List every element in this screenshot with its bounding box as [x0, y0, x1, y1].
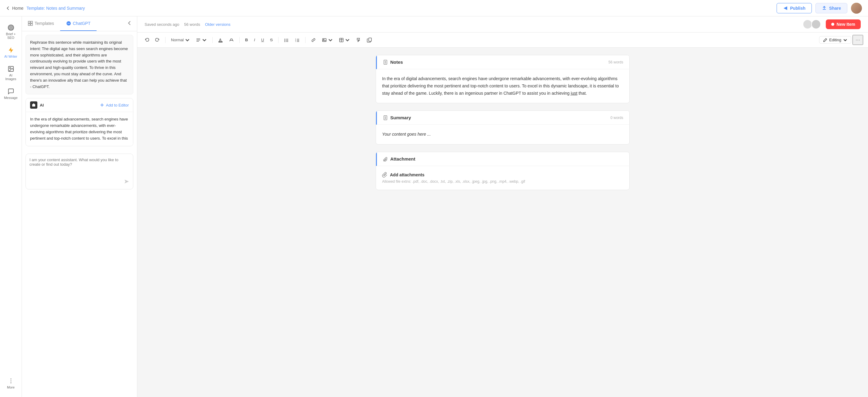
- svg-point-27: [284, 38, 285, 39]
- saved-text: Saved seconds ago: [145, 22, 179, 27]
- add-icon: [100, 103, 104, 107]
- ai-response-header: AI Add to Editor: [26, 98, 133, 112]
- user-icons: [803, 20, 821, 29]
- table-button[interactable]: [337, 36, 352, 44]
- sidebar-message-label: Message: [4, 96, 18, 100]
- topbar-right: Publish Share: [777, 3, 862, 14]
- publish-button[interactable]: Publish: [777, 3, 812, 13]
- copy-button[interactable]: [365, 36, 374, 44]
- ai-icon: [30, 101, 37, 109]
- panel-collapse-button[interactable]: [122, 16, 137, 31]
- summary-icon: [383, 115, 388, 120]
- share-icon: [822, 6, 827, 11]
- attachment-body: Add attachments Allowed file extns: .pdf…: [376, 166, 629, 190]
- notes-section-body[interactable]: In the era of digital advancements, sear…: [376, 69, 629, 103]
- summary-section-title: Summary: [383, 115, 411, 120]
- link-button[interactable]: [309, 36, 318, 44]
- new-item-label: New Item: [837, 22, 855, 27]
- chevron-down-editing-icon: [843, 38, 847, 42]
- toolbar-more-button[interactable]: ···: [852, 35, 863, 45]
- sidebar-item-message[interactable]: Message: [2, 85, 20, 103]
- target-icon: [8, 24, 14, 31]
- notes-content: In the era of digital advancements, sear…: [382, 75, 623, 97]
- topbar-left: Home Template: Notes and Summary: [6, 6, 85, 11]
- sidebar-ai-images-label: AI Images: [4, 73, 18, 81]
- lightning-icon: [8, 47, 14, 54]
- sidebar-more-label: More: [7, 386, 14, 389]
- breadcrumb: Template: Notes and Summary: [26, 6, 85, 11]
- chat-input-area: [26, 154, 133, 189]
- text-style-label: Normal: [171, 38, 184, 42]
- toolbar-sep-4: [278, 37, 279, 43]
- summary-word-count: 0 words: [611, 115, 623, 120]
- sidebar-item-more[interactable]: More: [2, 374, 20, 392]
- bullet-list-button[interactable]: [282, 36, 291, 44]
- ai-label: AI: [30, 101, 44, 109]
- redo-button[interactable]: [152, 36, 162, 44]
- chat-input[interactable]: [29, 158, 129, 179]
- underline-button[interactable]: U: [259, 36, 266, 43]
- clear-format-button[interactable]: [353, 36, 363, 44]
- clear-format-icon: [356, 38, 361, 42]
- avatar[interactable]: [851, 3, 862, 14]
- ordered-list-button[interactable]: 1. 2. 3.: [292, 36, 302, 44]
- main-layout: Brief + SEO AI Writer AI Images Message …: [0, 0, 868, 397]
- image-insert-button[interactable]: [319, 36, 335, 44]
- italic-button[interactable]: I: [251, 36, 257, 43]
- svg-rect-18: [32, 104, 35, 106]
- svg-text:3.: 3.: [295, 40, 297, 42]
- home-label: Home: [12, 6, 23, 11]
- new-item-button[interactable]: New Item: [826, 20, 861, 29]
- highlight-icon: [229, 38, 234, 42]
- home-link[interactable]: Home: [6, 6, 23, 11]
- editing-label: Editing: [829, 38, 841, 42]
- rephrase-text: Rephrase this sentence while maintaining…: [30, 40, 128, 89]
- share-button[interactable]: Share: [815, 3, 847, 13]
- word-count: 56 words: [184, 22, 200, 27]
- text-style-button[interactable]: Normal: [168, 36, 192, 44]
- tab-templates[interactable]: Templates: [22, 16, 60, 31]
- svg-marker-0: [783, 6, 787, 10]
- svg-point-15: [67, 23, 68, 24]
- summary-section-header: Summary 0 words: [376, 111, 629, 125]
- robot-icon: [32, 103, 36, 107]
- text-color-button[interactable]: A: [216, 36, 225, 44]
- sidebar-item-brief-seo[interactable]: Brief + SEO: [2, 21, 20, 42]
- toolbar-sep-1: [165, 37, 165, 43]
- ai-text-label: AI: [40, 103, 44, 107]
- panel-content: Rephrase this sentence while maintaining…: [22, 31, 137, 397]
- attachment-header: Attachment: [376, 152, 629, 166]
- svg-point-21: [34, 105, 35, 106]
- svg-rect-12: [28, 24, 30, 26]
- strikethrough-button[interactable]: S: [268, 36, 275, 43]
- toolbar-sep-5: [305, 37, 306, 43]
- older-versions-link[interactable]: Older versions: [205, 22, 230, 27]
- tab-chatgpt[interactable]: ChatGPT: [60, 16, 97, 31]
- paperclip-icon: [382, 172, 388, 177]
- svg-point-7: [10, 378, 11, 379]
- svg-rect-26: [219, 41, 222, 42]
- tab-chatgpt-label: ChatGPT: [73, 21, 91, 26]
- breadcrumb-prefix: Template:: [26, 6, 46, 11]
- editing-mode-button[interactable]: Editing: [819, 36, 851, 44]
- align-button[interactable]: [193, 36, 209, 44]
- ai-response: AI Add to Editor In the era of digital a…: [26, 98, 133, 146]
- copy-icon: [367, 38, 372, 42]
- bold-button[interactable]: B: [243, 36, 250, 43]
- add-attachments-button[interactable]: Add attachments: [382, 172, 623, 177]
- sidebar-item-ai-writer[interactable]: AI Writer: [2, 44, 20, 61]
- sidebar-item-ai-images[interactable]: AI Images: [2, 63, 20, 84]
- align-icon: [196, 38, 201, 42]
- link-icon: [311, 38, 316, 42]
- svg-rect-44: [369, 38, 371, 41]
- summary-section-body[interactable]: Your content goes here ...: [376, 125, 629, 144]
- saved-bar: Saved seconds ago 56 words Older version…: [137, 16, 868, 32]
- add-to-editor-button[interactable]: Add to Editor: [100, 103, 129, 107]
- sidebar-brief-seo-label: Brief + SEO: [4, 32, 18, 39]
- sidebar: Brief + SEO AI Writer AI Images Message …: [0, 16, 22, 397]
- highlight-button[interactable]: [226, 36, 236, 44]
- chevron-down-align-icon: [202, 38, 207, 42]
- chat-send-button[interactable]: [124, 179, 129, 186]
- chevron-down-table-icon: [345, 38, 350, 42]
- undo-button[interactable]: [142, 36, 152, 44]
